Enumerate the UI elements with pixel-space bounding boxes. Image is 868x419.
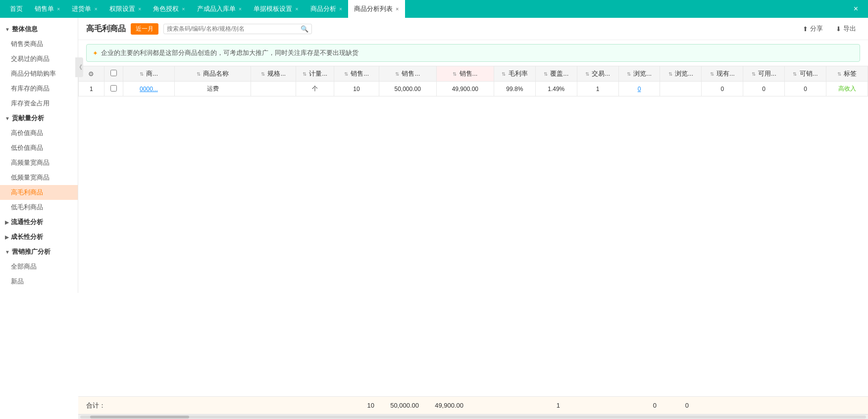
table-header-name[interactable]: ⇅ 商品名称	[174, 66, 251, 82]
nav-sales[interactable]: 销售单 ×	[29, 0, 66, 18]
sidebar-group-liquidity[interactable]: ▶ 流通性分析	[0, 215, 78, 230]
sidebar-item-high-freq-wide[interactable]: 高频量宽商品	[0, 155, 78, 170]
row-sales2: 50,000.00	[379, 82, 436, 96]
sort-icon: ⇅	[140, 71, 144, 77]
sidebar-item-low-freq-wide[interactable]: 低频量宽商品	[0, 170, 78, 185]
total-avail: 0	[661, 402, 693, 409]
sidebar-item-traded-goods[interactable]: 交易过的商品	[0, 51, 78, 66]
share-icon: ⬆	[803, 25, 808, 33]
sidebar-item-in-stock[interactable]: 有库存的商品	[0, 81, 78, 96]
sidebar-item-high-value[interactable]: 高价值商品	[0, 126, 78, 140]
sort-icon: ⇅	[502, 71, 506, 77]
row-trade: 1	[577, 82, 618, 96]
sort-icon: ⇅	[261, 71, 265, 77]
sort-icon: ⇅	[197, 71, 201, 77]
nav-purchase[interactable]: 进货单 ×	[66, 0, 103, 18]
sidebar-item-high-margin[interactable]: 高毛利商品	[0, 185, 78, 200]
row-view2	[660, 82, 702, 96]
horizontal-scrollbar[interactable]	[78, 414, 868, 419]
nav-analysis-list[interactable]: 商品分析列表 ×	[348, 0, 405, 18]
sort-icon: ⇅	[837, 71, 841, 77]
close-icon[interactable]: ×	[339, 6, 342, 12]
data-table-container: ⚙ ⇅ 商... ⇅ 商品名称	[78, 66, 868, 396]
table-header-avail[interactable]: ⇅ 可用...	[743, 66, 785, 82]
sidebar: ▼ 整体信息 销售类商品 交易过的商品 商品分销助购率 有库存的商品 库存资金占…	[0, 18, 78, 293]
content-header: 高毛利商品 近一月 🔍 ⬆ 分享 ⬇ 导出	[78, 18, 868, 40]
nav-product-in[interactable]: 产成品入库单 ×	[191, 0, 248, 18]
row-sales3: 49,900.00	[436, 82, 494, 96]
table-header-sales2[interactable]: ⇅ 销售...	[379, 66, 436, 82]
nav-analysis[interactable]: 商品分析 ×	[305, 0, 348, 18]
sidebar-item-distribution-rate[interactable]: 商品分销助购率	[0, 66, 78, 81]
select-all-checkbox[interactable]	[110, 70, 117, 76]
table-header-view2[interactable]: ⇅ 浏览...	[660, 66, 702, 82]
search-icon[interactable]: 🔍	[301, 25, 308, 33]
sort-icon: ⇅	[752, 71, 756, 77]
close-icon[interactable]: ×	[57, 6, 60, 12]
sidebar-item-all-goods[interactable]: 全部商品	[0, 259, 78, 274]
footer-total-row: 合计： 10 50,000.00 49,900.00 1 0 0	[78, 396, 868, 414]
filter-recent-month-button[interactable]: 近一月	[131, 23, 158, 35]
table-header-trade[interactable]: ⇅ 交易...	[577, 66, 618, 82]
sidebar-group-contribution[interactable]: ▼ 贡献量分析	[0, 111, 78, 126]
close-icon[interactable]: ×	[138, 6, 141, 12]
row-margin-rate: 99.8%	[494, 82, 535, 96]
nav-role[interactable]: 角色授权 ×	[147, 0, 191, 18]
table-header-sales3[interactable]: ⇅ 销售...	[436, 66, 494, 82]
table-header-margin[interactable]: ⇅ 毛利率	[494, 66, 535, 82]
sidebar-item-stock-fund[interactable]: 库存资金占用	[0, 96, 78, 111]
table-header-sell[interactable]: ⇅ 可销...	[785, 66, 826, 82]
export-button[interactable]: ⬇ 导出	[832, 23, 860, 35]
row-checkbox[interactable]	[104, 82, 123, 96]
search-input[interactable]	[167, 25, 301, 32]
nav-template[interactable]: 单据模板设置 ×	[248, 0, 304, 18]
table-header-view1[interactable]: ⇅ 浏览...	[618, 66, 660, 82]
row-code[interactable]: 0000...	[123, 82, 174, 96]
row-avail: 0	[743, 82, 785, 96]
collapse-arrow-icon: ▼	[5, 27, 10, 32]
sidebar-group-growth[interactable]: ▶ 成长性分析	[0, 230, 78, 244]
row-sales1: 10	[334, 82, 379, 96]
main-layout: ▼ 整体信息 销售类商品 交易过的商品 商品分销助购率 有库存的商品 库存资金占…	[0, 18, 868, 419]
row-tag: 高收入	[826, 82, 868, 96]
table-header-code[interactable]: ⇅ 商...	[123, 66, 174, 82]
close-icon[interactable]: ×	[295, 6, 298, 12]
close-icon[interactable]: ×	[182, 6, 185, 12]
sidebar-item-sales-goods[interactable]: 销售类商品	[0, 37, 78, 51]
collapse-arrow-icon: ▶	[5, 234, 9, 240]
close-icon[interactable]: ×	[94, 6, 97, 12]
close-icon[interactable]: ×	[239, 6, 242, 12]
sort-icon: ⇅	[395, 71, 399, 77]
table-header-checkbox[interactable]	[104, 66, 123, 82]
collapse-arrow-icon: ▼	[5, 116, 10, 121]
total-sales3: 49,900.00	[423, 402, 467, 409]
nav-home[interactable]: 首页	[4, 0, 29, 18]
table-header-tag[interactable]: ⇅ 标签	[826, 66, 868, 82]
scrollbar-thumb[interactable]	[90, 416, 189, 419]
collapse-arrow-icon: ▶	[5, 220, 9, 225]
sidebar-group-overall[interactable]: ▼ 整体信息	[0, 22, 78, 37]
sidebar-group-marketing[interactable]: ▼ 营销推广分析	[0, 244, 78, 259]
sort-icon: ⇅	[544, 71, 548, 77]
table-header-spec[interactable]: ⇅ 规格...	[251, 66, 296, 82]
window-close-button[interactable]: ×	[848, 4, 864, 13]
top-nav: 首页 销售单 × 进货单 × 权限设置 × 角色授权 × 产成品入库单 × 单据…	[0, 0, 868, 18]
sidebar-collapse-button[interactable]: 《	[75, 57, 83, 77]
sidebar-item-low-value[interactable]: 低价值商品	[0, 140, 78, 155]
share-button[interactable]: ⬆ 分享	[799, 23, 827, 35]
sidebar-item-low-margin[interactable]: 低毛利商品	[0, 200, 78, 215]
row-cover: 1.49%	[535, 82, 577, 96]
table-header-current[interactable]: ⇅ 现有...	[702, 66, 743, 82]
row-sell: 0	[785, 82, 826, 96]
gear-icon[interactable]: ⚙	[88, 70, 94, 78]
table-header-cover[interactable]: ⇅ 覆盖...	[535, 66, 577, 82]
table-header-row: ⚙ ⇅ 商... ⇅ 商品名称	[79, 66, 868, 82]
sidebar-item-new-goods[interactable]: 新品	[0, 274, 78, 289]
row-view1[interactable]: 0	[618, 82, 660, 96]
collapse-arrow-icon: ▼	[5, 249, 10, 255]
row-spec	[251, 82, 296, 96]
table-header-unit[interactable]: ⇅ 计量...	[296, 66, 334, 82]
table-header-sales1[interactable]: ⇅ 销售...	[334, 66, 379, 82]
nav-permission[interactable]: 权限设置 ×	[103, 0, 147, 18]
close-icon[interactable]: ×	[396, 6, 399, 12]
